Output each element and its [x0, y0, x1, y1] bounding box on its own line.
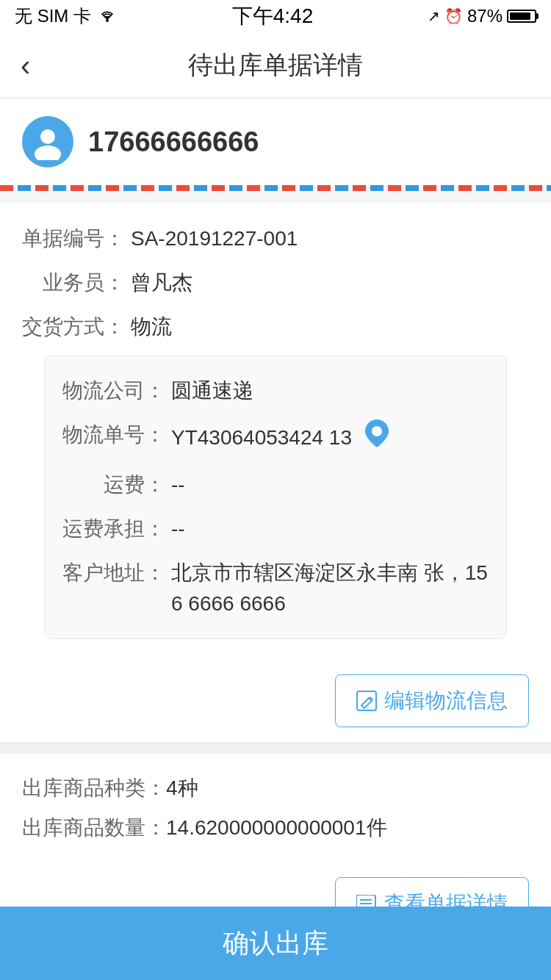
user-section: 17666666666: [0, 98, 551, 185]
wifi-icon: [97, 6, 118, 26]
location-icon: ↗: [428, 7, 440, 25]
confirm-outbound-button[interactable]: 确认出库: [0, 907, 551, 980]
status-left: 无 SIM 卡: [15, 4, 118, 28]
freight-bearer-value: --: [171, 514, 489, 544]
category-value: 4种: [166, 774, 198, 802]
dashed-divider: [0, 185, 551, 191]
carrier-text: 无 SIM 卡: [15, 4, 91, 28]
section-divider: [0, 742, 551, 754]
tracking-number-row: 物流单号： YT43064053424 13: [62, 419, 489, 456]
location-pin-icon[interactable]: [365, 419, 389, 456]
logistics-company-label: 物流公司：: [62, 375, 165, 406]
svg-point-1: [40, 129, 55, 144]
avatar: [22, 116, 73, 167]
stats-section: 出库商品种类： 4种 出库商品数量： 14.620000000000001件: [0, 754, 551, 862]
sales-person-label: 业务员：: [22, 267, 125, 298]
edit-icon: [356, 691, 377, 711]
battery-icon: [507, 10, 536, 23]
user-phone: 17666666666: [88, 126, 259, 158]
tracking-number-value: YT43064053424 13: [171, 419, 489, 456]
nav-bar: ‹ 待出库单据详情: [0, 32, 551, 98]
logistics-company-row: 物流公司： 圆通速递: [62, 375, 489, 406]
quantity-label: 出库商品数量：: [22, 814, 166, 842]
category-row: 出库商品种类： 4种: [22, 774, 529, 802]
tracking-number-label: 物流单号：: [62, 419, 165, 450]
address-value: 北京市市辖区海淀区永丰南 张，156 6666 6666: [171, 558, 489, 619]
status-bar: 无 SIM 卡 下午4:42 ↗ ⏰ 87%: [0, 0, 551, 32]
quantity-row: 出库商品数量： 14.620000000000001件: [22, 814, 529, 842]
svg-point-3: [372, 426, 382, 436]
address-label: 客户地址：: [62, 558, 165, 588]
edit-logistics-button[interactable]: 编辑物流信息: [335, 674, 529, 727]
edit-btn-wrap: 编辑物流信息: [0, 660, 551, 742]
confirm-btn-wrap: 确认出库: [0, 907, 551, 980]
sales-person-row: 业务员： 曾凡杰: [22, 267, 529, 298]
battery-percent: 87%: [467, 6, 503, 26]
category-label: 出库商品种类：: [22, 774, 166, 802]
freight-bearer-label: 运费承担：: [62, 514, 165, 544]
freight-row: 运费： --: [62, 469, 489, 500]
document-number-row: 单据编号： SA-20191227-001: [22, 223, 529, 254]
svg-point-0: [106, 19, 109, 22]
delivery-method-label: 交货方式：: [22, 311, 125, 342]
time-display: 下午4:42: [232, 2, 314, 30]
logistics-card: 物流公司： 圆通速递 物流单号： YT43064053424 13 运费： --…: [44, 356, 507, 639]
freight-label: 运费：: [62, 469, 165, 500]
delivery-method-value: 物流: [131, 311, 529, 342]
address-row: 客户地址： 北京市市辖区海淀区永丰南 张，156 6666 6666: [62, 558, 489, 619]
alarm-icon: ⏰: [444, 7, 463, 25]
order-info-section: 单据编号： SA-20191227-001 业务员： 曾凡杰 交货方式： 物流 …: [0, 203, 551, 660]
document-number-label: 单据编号：: [22, 223, 125, 254]
logistics-company-value: 圆通速递: [171, 375, 489, 406]
user-avatar-icon: [29, 123, 66, 160]
quantity-value: 14.620000000000001件: [166, 814, 387, 842]
delivery-method-row: 交货方式： 物流: [22, 311, 529, 342]
back-button[interactable]: ‹: [21, 51, 30, 80]
freight-bearer-row: 运费承担： --: [62, 514, 489, 544]
status-right: ↗ ⏰ 87%: [428, 6, 536, 26]
page-title: 待出库单据详情: [188, 48, 363, 82]
freight-value: --: [171, 469, 489, 500]
document-number-value: SA-20191227-001: [131, 223, 529, 254]
svg-point-2: [35, 145, 61, 160]
sales-person-value: 曾凡杰: [131, 267, 529, 298]
